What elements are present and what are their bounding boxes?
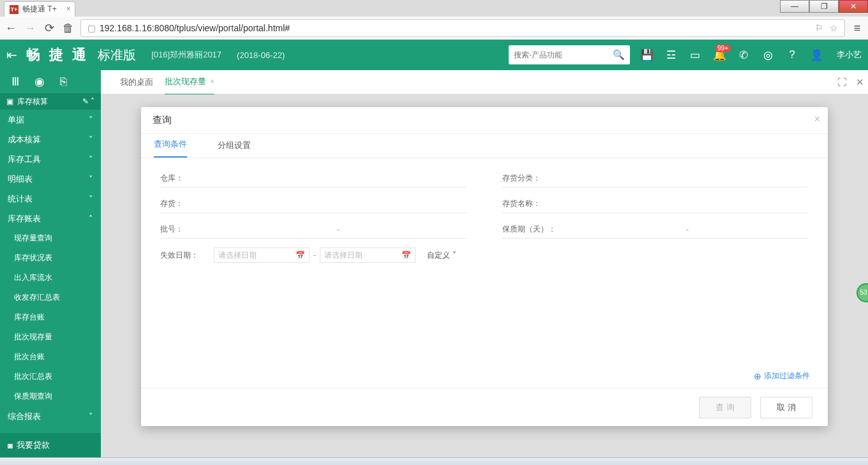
breadcrumb-pin-icon[interactable]: ✎ ˄ bbox=[82, 97, 94, 106]
field-warehouse[interactable]: 仓库： bbox=[160, 170, 467, 188]
sidebar: Ⅲ ◉ ⎘ ▣ 库存核算 ✎ ˄ 单据˅ 成本核算˅ 库存工具˅ 明细表˅ 统计… bbox=[0, 70, 101, 457]
sidebar-sub-stock-ledger[interactable]: 库存台账 bbox=[0, 307, 101, 327]
breadcrumb-icon: ▣ bbox=[6, 97, 13, 106]
save-icon[interactable]: 💾 bbox=[639, 48, 654, 62]
search-box[interactable]: 🔍 bbox=[509, 45, 630, 64]
sidebar-item-accounts[interactable]: 库存账表˄ bbox=[0, 209, 101, 228]
expiry-date-end[interactable]: 请选择日期📅 bbox=[320, 247, 415, 263]
browser-chrome: T+ 畅捷通 T+ × — ❐ ✕ ← → ⟳ 🗑 ▢ 192.168.1.16… bbox=[0, 0, 868, 40]
field-inv-class[interactable]: 存货分类： bbox=[502, 170, 809, 188]
modal-tabs: 查询条件 分组设置 bbox=[141, 134, 828, 158]
modal-tab-conditions[interactable]: 查询条件 bbox=[154, 138, 187, 158]
sidebar-sub-stock-status[interactable]: 库存状况表 bbox=[0, 248, 101, 268]
user-name[interactable]: 李小艺 bbox=[837, 49, 862, 61]
query-button[interactable]: 查 询 bbox=[699, 397, 751, 418]
sidebar-item-stats[interactable]: 统计表˅ bbox=[0, 189, 101, 209]
sidebar-tool-search-icon[interactable]: ◉ bbox=[34, 75, 45, 89]
chevron-down-icon: ˅ bbox=[89, 115, 93, 124]
window-restore-button[interactable]: ❐ bbox=[809, 0, 839, 13]
browser-tab[interactable]: T+ 畅捷通 T+ × bbox=[4, 1, 75, 17]
sidebar-item-reports[interactable]: 综合报表˅ bbox=[0, 406, 101, 426]
star-icon[interactable]: ☆ bbox=[830, 23, 838, 33]
tab-close-icon[interactable]: × bbox=[210, 77, 214, 86]
page-tabs: 我的桌面 批次现存量× ⛶ ✕ bbox=[101, 70, 868, 94]
page-icon: ▢ bbox=[87, 23, 96, 33]
sidebar-tool-export-icon[interactable]: ⎘ bbox=[60, 75, 67, 89]
chevron-down-icon: ˅ bbox=[89, 174, 93, 184]
field-inv-name[interactable]: 存货名称： bbox=[502, 195, 809, 213]
window-minimize-button[interactable]: — bbox=[780, 0, 809, 13]
chevron-down-icon: ˅ bbox=[89, 154, 93, 164]
notification-badge: 99+ bbox=[715, 45, 731, 52]
help-icon[interactable]: ? bbox=[784, 48, 800, 61]
sidebar-sub-batch-qty[interactable]: 批次现存量 bbox=[0, 327, 101, 347]
bookmark-tag-icon[interactable]: ⚐ bbox=[815, 23, 823, 33]
sidebar-item-documents[interactable]: 单据˅ bbox=[0, 110, 101, 129]
main-area: 我的桌面 批次现存量× ⛶ ✕ 查询 × 查询条件 分组设置 bbox=[101, 70, 868, 457]
search-input[interactable] bbox=[514, 50, 613, 59]
nav-trash-icon[interactable]: 🗑 bbox=[61, 22, 75, 35]
nav-collapse-icon[interactable]: ⇤ bbox=[6, 47, 17, 63]
sidebar-sub-batch-ledger[interactable]: 批次台账 bbox=[0, 347, 101, 367]
menu-icon[interactable]: ≡ bbox=[850, 22, 864, 35]
sidebar-sub-batch-summary[interactable]: 批次汇总表 bbox=[0, 367, 101, 387]
sidebar-tool-columns-icon[interactable]: Ⅲ bbox=[11, 75, 19, 89]
modal-title: 查询 bbox=[153, 114, 172, 126]
header-date: (2018-06-22) bbox=[237, 50, 285, 60]
url-input[interactable]: ▢ 192.168.1.16:8080/tplus/view/portal/po… bbox=[80, 19, 845, 37]
sidebar-sub-shelf-life[interactable]: 保质期查询 bbox=[0, 387, 101, 406]
page-tab-desktop[interactable]: 我的桌面 bbox=[120, 70, 153, 94]
nav-reload-icon[interactable]: ⟳ bbox=[42, 21, 56, 35]
search-icon[interactable]: 🔍 bbox=[613, 49, 625, 61]
notification-icon[interactable]: 🔔99+ bbox=[712, 48, 727, 62]
chevron-down-icon: ˅ bbox=[89, 194, 93, 203]
sidebar-toolbar: Ⅲ ◉ ⎘ bbox=[0, 70, 101, 93]
page-tab-batch-qty[interactable]: 批次现存量× bbox=[165, 70, 214, 95]
edition-label: 标准版 bbox=[98, 47, 136, 64]
modal-close-icon[interactable]: × bbox=[814, 114, 820, 125]
window-controls: — ❐ ✕ bbox=[780, 0, 868, 13]
field-shelf-life[interactable]: 保质期（天）：- bbox=[502, 221, 809, 239]
tab-title: 畅捷通 T+ bbox=[22, 4, 57, 15]
chevron-down-icon: ˅ bbox=[89, 135, 93, 144]
page-close-icon[interactable]: ✕ bbox=[856, 77, 864, 88]
org-label: [016]郑州雅丽2017 bbox=[151, 49, 221, 61]
sidebar-item-detail[interactable]: 明细表˅ bbox=[0, 169, 101, 189]
canvas: 查询 × 查询条件 分组设置 仓库： 存货分类： 存货： 存货名称： 批号：- … bbox=[101, 94, 868, 457]
sidebar-sub-in-out-flow[interactable]: 出入库流水 bbox=[0, 268, 101, 288]
date-range-select[interactable]: 自定义˅ bbox=[427, 250, 456, 261]
sidebar-breadcrumb[interactable]: ▣ 库存核算 ✎ ˄ bbox=[0, 93, 101, 110]
settings-sliders-icon[interactable]: ☲ bbox=[663, 48, 678, 62]
modal-tab-group[interactable]: 分组设置 bbox=[218, 140, 251, 158]
fullscreen-icon[interactable]: ⛶ bbox=[837, 77, 847, 87]
floating-bubble[interactable]: 53 bbox=[857, 283, 868, 302]
field-inventory[interactable]: 存货： bbox=[160, 195, 467, 213]
sidebar-loan-button[interactable]: ◙我要贷款 bbox=[0, 433, 101, 457]
window-close-button[interactable]: ✕ bbox=[839, 0, 868, 13]
camera-icon: ◙ bbox=[8, 441, 13, 450]
cancel-button[interactable]: 取 消 bbox=[760, 397, 812, 418]
os-taskbar bbox=[0, 457, 868, 465]
query-modal: 查询 × 查询条件 分组设置 仓库： 存货分类： 存货： 存货名称： 批号：- … bbox=[141, 107, 828, 426]
sidebar-item-cost[interactable]: 成本核算˅ bbox=[0, 129, 101, 149]
add-filter-button[interactable]: ⊕ 添加过滤条件 bbox=[754, 371, 810, 381]
sidebar-item-tools[interactable]: 库存工具˅ bbox=[0, 149, 101, 169]
chevron-down-icon: ˅ bbox=[453, 251, 456, 260]
nav-back-icon[interactable]: ← bbox=[4, 22, 18, 35]
sidebar-sub-receive-summary[interactable]: 收发存汇总表 bbox=[0, 288, 101, 307]
modal-footer: 查 询 取 消 bbox=[141, 388, 828, 426]
location-icon[interactable]: ◎ bbox=[760, 48, 775, 62]
user-icon[interactable]: 👤 bbox=[809, 48, 824, 62]
chevron-down-icon: ˅ bbox=[89, 411, 93, 421]
expiry-date-start[interactable]: 请选择日期📅 bbox=[214, 247, 310, 263]
tab-close-icon[interactable]: × bbox=[66, 4, 71, 13]
nav-forward-icon[interactable]: → bbox=[23, 22, 37, 35]
field-batch[interactable]: 批号：- bbox=[160, 221, 467, 239]
calendar-icon: 📅 bbox=[401, 251, 411, 260]
browser-tab-bar: T+ 畅捷通 T+ × — ❐ ✕ bbox=[0, 0, 868, 17]
modal-body: 仓库： 存货分类： 存货： 存货名称： 批号：- 保质期（天）：- 失效日期： … bbox=[141, 158, 828, 388]
phone-icon[interactable]: ✆ bbox=[736, 48, 751, 62]
sidebar-sub-current-qty[interactable]: 现存量查询 bbox=[0, 228, 101, 248]
field-expiry-date: 失效日期： 请选择日期📅 - 请选择日期📅 自定义˅ bbox=[160, 246, 809, 264]
message-icon[interactable]: ▭ bbox=[687, 48, 703, 62]
